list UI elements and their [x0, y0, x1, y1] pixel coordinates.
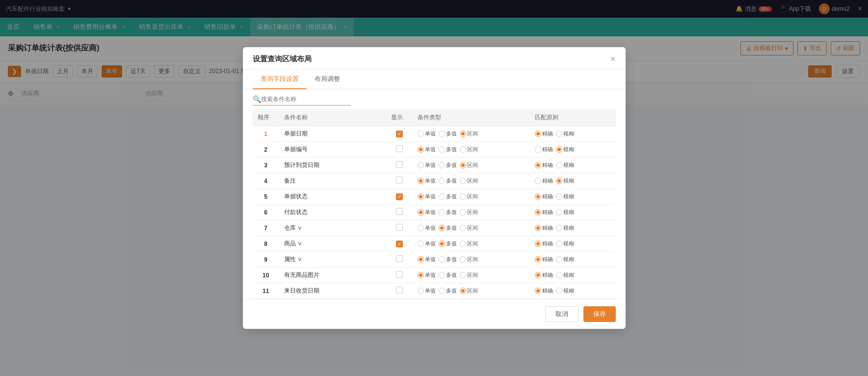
search-input[interactable] — [261, 96, 344, 103]
search-icon: 🔍 — [253, 95, 261, 103]
modal-close-btn[interactable]: × — [610, 54, 616, 64]
modal-search-box: 🔍 — [253, 95, 351, 105]
modal-title: 设置查询区域布局 — [253, 54, 312, 64]
settings-modal: 设置查询区域布局 × 查询字段设置 布局调整 🔍 顺序 条件名称 显示 — [243, 47, 626, 105]
modal-header: 设置查询区域布局 × — [243, 47, 626, 70]
tab-query-fields[interactable]: 查询字段设置 — [253, 70, 307, 89]
modal-overlay: 设置查询区域布局 × 查询字段设置 布局调整 🔍 顺序 条件名称 显示 — [0, 0, 868, 105]
modal-search-area: 🔍 — [243, 89, 626, 105]
tab-layout-adjust[interactable]: 布局调整 — [307, 70, 348, 89]
modal-tabs: 查询字段设置 布局调整 — [243, 70, 626, 89]
